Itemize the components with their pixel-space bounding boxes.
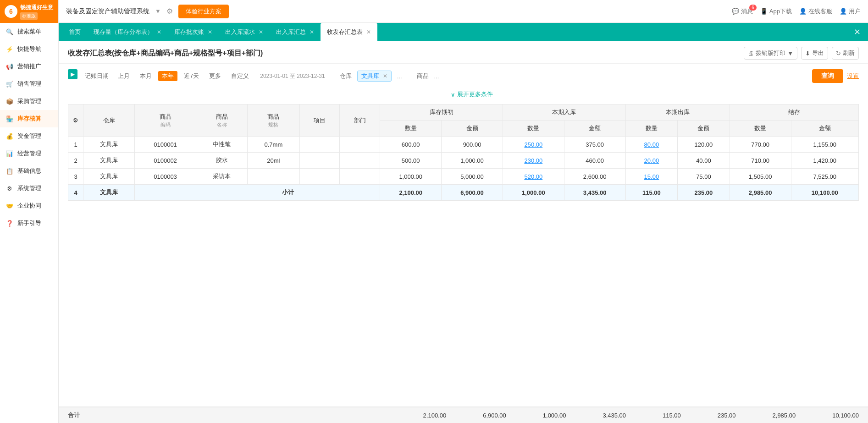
online-service-label: 在线客服: [808, 7, 832, 16]
tab-home[interactable]: 首页: [62, 23, 87, 41]
footer-close-amt: 10,100.00: [832, 412, 859, 419]
sidebar-item-operation[interactable]: 📊 经营管理: [0, 145, 58, 162]
col-settings[interactable]: ⚙: [68, 104, 83, 137]
try-industry-button[interactable]: 体验行业方案: [178, 5, 229, 18]
online-service-button[interactable]: 👤 在线客服: [799, 7, 832, 16]
sidebar-item-finance[interactable]: 💰 资金管理: [0, 127, 58, 145]
cell-link[interactable]: 230.00: [524, 157, 542, 164]
finance-icon: 💰: [6, 132, 14, 140]
tab-stock_dist[interactable]: 现存量（库存分布表）✕: [87, 23, 168, 41]
col-group-closing: 结存: [730, 104, 858, 121]
tab-close-icon[interactable]: ✕: [366, 29, 371, 35]
footer-close-qty: 2,985.00: [773, 412, 796, 419]
sidebar-item-search[interactable]: 🔍 搜索菜单: [0, 23, 58, 40]
basic-icon: 📋: [6, 167, 14, 175]
sidebar-item-label: 企业协同: [17, 202, 41, 210]
sales-icon: 🛒: [6, 80, 14, 88]
gear-icon[interactable]: ⚙: [166, 7, 173, 16]
messages-badge: 6: [749, 5, 757, 11]
col-group-out: 本期出库: [625, 104, 730, 121]
cell-link[interactable]: 520.00: [524, 173, 542, 180]
messages-button[interactable]: 💬 消息 6: [732, 7, 753, 16]
tab-summary[interactable]: 出入库汇总✕: [270, 23, 321, 41]
tab-close-icon[interactable]: ✕: [157, 29, 161, 35]
export-button[interactable]: ⬇ 导出: [801, 47, 828, 60]
tab-flow[interactable]: 出入库流水✕: [219, 23, 270, 41]
system-dropdown-icon[interactable]: ▼: [155, 8, 161, 15]
app-title: 畅捷通好生意: [20, 4, 53, 11]
tab-batch[interactable]: 库存批次账✕: [168, 23, 219, 41]
user-label: 用户: [849, 7, 861, 16]
col-close-amt: 金额: [791, 121, 858, 137]
date-shortcut-近7天[interactable]: 近7天: [180, 71, 203, 81]
refresh-button[interactable]: ↻ 刷新: [832, 47, 859, 60]
app-download-button[interactable]: 📱 App下载: [760, 7, 792, 16]
sidebar-expand-button[interactable]: ▶: [68, 69, 77, 79]
sidebar-item-label: 库存核算: [17, 115, 41, 123]
sidebar-item-label: 搜索菜单: [17, 27, 41, 36]
corp-icon: 🤝: [6, 202, 14, 210]
query-button[interactable]: 查询: [812, 69, 843, 83]
warehouse-more[interactable]: ...: [397, 73, 402, 80]
col-in-qty: 数量: [503, 121, 564, 137]
date-shortcut-上月[interactable]: 上月: [114, 71, 133, 81]
date-shortcut-本年[interactable]: 本年: [158, 71, 177, 81]
sidebar-item-stock[interactable]: 🏪 库存核算: [0, 110, 58, 127]
tab-close-icon[interactable]: ✕: [259, 29, 263, 35]
sidebar-item-purchase[interactable]: 📦 采购管理: [0, 93, 58, 110]
settings-link[interactable]: 设置: [847, 72, 859, 80]
quick-icon: ⚡: [6, 45, 14, 53]
tab-receive_summary[interactable]: 收发存汇总表✕: [321, 23, 377, 41]
purchase-icon: 📦: [6, 97, 14, 105]
date-shortcuts: 上月本月本年近7天更多自定义: [114, 71, 253, 81]
data-table: ⚙ 仓库 商品编码 商品名称 商品规格 项目 部门 库存期初 本期入库 本期出库…: [68, 104, 859, 201]
footer-in-qty: 1,000.00: [543, 412, 566, 419]
print-button[interactable]: 🖨 拨销版打印 ▼: [744, 47, 797, 60]
date-range: 2023-01-01 至 2023-12-31: [260, 72, 325, 80]
top-header: 装备及固定资产辅助管理系统 ▼ ⚙ 体验行业方案 💬 消息 6 📱 App下载 …: [59, 0, 868, 23]
tab-close-icon[interactable]: ✕: [208, 29, 212, 35]
col-close-qty: 数量: [730, 121, 791, 137]
operation-icon: 📊: [6, 149, 14, 158]
app-logo: 6 畅捷通好生意 标准版: [0, 0, 58, 23]
guide-icon: ❓: [6, 219, 14, 227]
app-download-label: App下载: [769, 7, 792, 16]
tab-label: 收发存汇总表: [327, 28, 363, 36]
phone-icon: 📱: [760, 8, 768, 15]
message-icon: 💬: [732, 8, 739, 15]
sidebar-item-label: 采购管理: [17, 97, 41, 105]
table-row: 3文具库0100003采访本1,000.005,000.00520.002,60…: [68, 169, 859, 185]
col-warehouse: 仓库: [83, 104, 135, 137]
sidebar-item-quick[interactable]: ⚡ 快捷导航: [0, 40, 58, 58]
sidebar-item-marketing[interactable]: 📢 营销推广: [0, 58, 58, 75]
date-shortcut-本月[interactable]: 本月: [136, 71, 155, 81]
nav-menu: 🔍 搜索菜单 ⚡ 快捷导航 📢 营销推广 🛒 销售管理 📦 采购管理 🏪 库存核…: [0, 23, 58, 232]
user-menu[interactable]: 👤 用户: [840, 7, 861, 16]
col-project: 项目: [299, 104, 340, 137]
date-shortcut-自定义[interactable]: 自定义: [227, 71, 253, 81]
sidebar-item-basic[interactable]: 📋 基础信息: [0, 162, 58, 180]
date-shortcut-更多[interactable]: 更多: [205, 71, 225, 81]
goods-more[interactable]: ...: [434, 73, 439, 80]
cell-link[interactable]: 15.00: [644, 173, 659, 180]
date-filter-label: 记账日期: [85, 72, 109, 80]
sidebar-item-sales[interactable]: 🛒 销售管理: [0, 75, 58, 93]
footer-out-amt: 235.00: [718, 412, 736, 419]
footer-open-qty: 2,100.00: [423, 412, 447, 419]
logo-icon: 6: [5, 5, 17, 18]
tab-close-icon[interactable]: ✕: [310, 29, 314, 35]
cell-link[interactable]: 250.00: [524, 141, 542, 148]
cell-link[interactable]: 80.00: [644, 141, 659, 148]
sidebar-item-corp[interactable]: 🤝 企业协同: [0, 197, 58, 214]
col-group-opening: 库存期初: [380, 104, 503, 121]
cell-link[interactable]: 20.00: [644, 157, 659, 164]
sidebar-item-label: 新手引导: [17, 219, 41, 227]
export-icon: ⬇: [805, 50, 810, 57]
expand-more-filters[interactable]: ∨ 展开更多条件: [451, 90, 493, 99]
sidebar-item-label: 基础信息: [17, 167, 41, 175]
sidebar-item-guide[interactable]: ❓ 新手引导: [0, 214, 58, 232]
warehouse-tag-close[interactable]: ✕: [383, 73, 387, 79]
sidebar-item-label: 系统管理: [17, 184, 41, 192]
sidebar-item-system[interactable]: ⚙ 系统管理: [0, 180, 58, 197]
tab-bar-close-button[interactable]: ✕: [850, 27, 864, 37]
